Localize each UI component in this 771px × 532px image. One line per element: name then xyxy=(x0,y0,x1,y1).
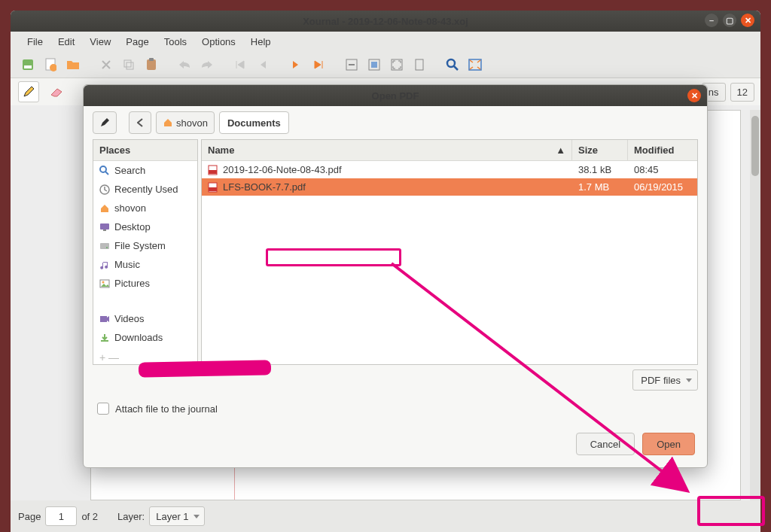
place-item-desktop[interactable]: Desktop xyxy=(93,217,197,236)
pen-tool-icon[interactable] xyxy=(18,81,39,102)
next-page-icon[interactable] xyxy=(286,55,306,74)
titlebar: Xournal - 2019-12-06-Note-08-43.xoj – ▢ … xyxy=(11,11,760,32)
svg-rect-18 xyxy=(103,230,106,231)
file-filter-select[interactable]: PDF files xyxy=(632,369,698,391)
page12-tab[interactable]: 12 xyxy=(730,83,754,102)
toolbar xyxy=(11,51,760,78)
files-panel: Name ▲ Size Modified 2019-12-06-Note-08-… xyxy=(201,139,698,365)
place-item-file-system[interactable]: File System xyxy=(93,236,197,255)
breadcrumb-documents[interactable]: Documents xyxy=(219,111,289,134)
page-total: of 2 xyxy=(81,511,98,522)
layer-label: Layer: xyxy=(117,511,145,522)
menubar: File Edit View Page Tools Options Help xyxy=(11,32,760,51)
menu-view[interactable]: View xyxy=(84,33,117,50)
attach-checkbox[interactable] xyxy=(97,403,109,415)
svg-rect-7 xyxy=(149,58,154,61)
cut-icon[interactable] xyxy=(96,55,116,74)
menu-options[interactable]: Options xyxy=(196,33,242,50)
window-title: Xournal - 2019-12-06-Note-08-43.xoj xyxy=(303,16,468,27)
svg-point-15 xyxy=(100,166,106,172)
svg-rect-19 xyxy=(100,243,109,249)
page-number-input[interactable] xyxy=(50,511,72,522)
minimize-button[interactable]: – xyxy=(705,14,718,27)
svg-rect-4 xyxy=(124,60,131,67)
place-item-downloads[interactable]: Downloads xyxy=(93,328,197,347)
dialog-close-button[interactable]: ✕ xyxy=(687,89,701,102)
menu-page[interactable]: Page xyxy=(120,33,154,50)
svg-rect-28 xyxy=(209,187,217,191)
edit-path-button[interactable] xyxy=(93,111,117,134)
paste-icon[interactable] xyxy=(142,55,161,74)
eraser-tool-icon[interactable] xyxy=(47,81,68,102)
menu-file[interactable]: File xyxy=(21,33,49,50)
cancel-button[interactable]: Cancel xyxy=(576,433,635,455)
file-row[interactable]: 2019-12-06-Note-08-43.pdf38.1 kB08:45 xyxy=(202,161,697,178)
scrollbar-thumb[interactable] xyxy=(751,116,759,176)
file-row[interactable]: LFS-BOOK-7.7.pdf1.7 MB06/19/2015 xyxy=(202,178,697,196)
svg-rect-1 xyxy=(24,65,32,68)
page-number-stepper[interactable] xyxy=(45,506,77,526)
places-header: Places xyxy=(93,140,197,161)
place-item-search[interactable]: Search xyxy=(93,161,197,180)
zoom-page-icon[interactable] xyxy=(410,55,429,74)
places-add-remove[interactable]: + — xyxy=(93,347,197,368)
open-folder-icon[interactable] xyxy=(63,55,83,74)
menu-tools[interactable]: Tools xyxy=(158,33,193,50)
dialog-title: Open PDF xyxy=(372,90,419,102)
svg-point-13 xyxy=(447,59,455,67)
zoom-fit-icon[interactable] xyxy=(387,55,407,74)
first-page-icon[interactable] xyxy=(230,55,250,74)
column-size[interactable]: Size xyxy=(572,140,628,160)
path-back-button[interactable] xyxy=(129,111,151,134)
zoom-out-icon[interactable] xyxy=(342,55,361,74)
svg-point-22 xyxy=(102,281,105,283)
svg-rect-12 xyxy=(416,59,423,70)
redo-icon[interactable] xyxy=(197,55,217,74)
place-item-shovon[interactable]: shovon xyxy=(93,199,197,217)
save-icon[interactable] xyxy=(18,55,38,74)
prev-page-icon[interactable] xyxy=(253,55,273,74)
zoom-actual-icon[interactable] xyxy=(364,55,384,74)
menu-help[interactable]: Help xyxy=(245,33,277,50)
svg-rect-10 xyxy=(371,62,377,68)
svg-rect-24 xyxy=(101,340,108,342)
svg-rect-23 xyxy=(100,316,107,322)
last-page-icon[interactable] xyxy=(309,55,328,74)
page-label: Page xyxy=(18,511,41,522)
maximize-button[interactable]: ▢ xyxy=(723,14,736,27)
places-panel: Places SearchRecently UsedshovonDesktopF… xyxy=(93,139,198,365)
place-item-videos[interactable]: Videos xyxy=(93,309,197,328)
new-doc-icon[interactable] xyxy=(41,55,60,74)
vertical-scrollbar[interactable] xyxy=(750,110,760,500)
svg-rect-17 xyxy=(100,223,109,230)
magnifier-icon[interactable] xyxy=(443,55,462,74)
place-item-music[interactable]: Music xyxy=(93,255,197,274)
breadcrumb-home[interactable]: shovon xyxy=(156,111,215,134)
open-pdf-dialog: Open PDF ✕ shovon Documents Places Searc… xyxy=(83,84,708,468)
copy-icon[interactable] xyxy=(119,55,139,74)
open-button[interactable]: Open xyxy=(642,433,695,455)
close-button[interactable]: ✕ xyxy=(741,14,754,27)
svg-rect-26 xyxy=(209,170,217,174)
svg-rect-6 xyxy=(147,59,156,70)
place-item-recently-used[interactable]: Recently Used xyxy=(93,180,197,199)
layer-select[interactable]: Layer 1 xyxy=(149,506,204,526)
column-modified[interactable]: Modified xyxy=(628,140,697,160)
menu-edit[interactable]: Edit xyxy=(52,33,81,50)
svg-point-20 xyxy=(106,247,108,248)
svg-rect-5 xyxy=(126,62,133,69)
statusbar: Page of 2 Layer: Layer 1 xyxy=(11,500,760,532)
undo-icon[interactable] xyxy=(175,55,194,74)
column-name[interactable]: Name ▲ xyxy=(202,140,572,160)
attach-label: Attach file to the journal xyxy=(115,403,218,415)
place-item-pictures[interactable]: Pictures xyxy=(93,274,197,293)
dialog-titlebar: Open PDF ✕ xyxy=(84,85,707,106)
fullscreen-icon[interactable] xyxy=(465,55,485,74)
